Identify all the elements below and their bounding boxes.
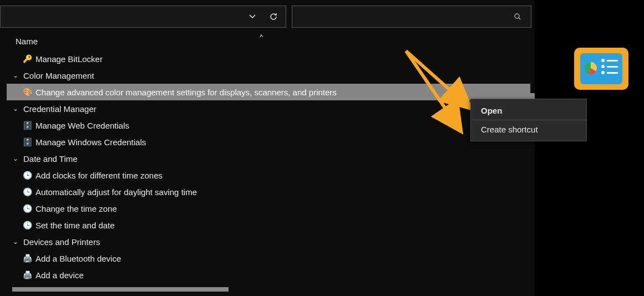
control-panel-window: ^ Name 🔑Manage BitLocker⌄Color Managemen…: [0, 0, 535, 296]
context-menu: Open Create shortcut: [470, 99, 587, 141]
group-label: Credential Manager: [23, 104, 97, 114]
chevron-down-icon: ⌄: [11, 72, 20, 79]
item-label: Manage BitLocker: [36, 54, 103, 64]
group-date-and-time[interactable]: ⌄Date and Time: [7, 150, 530, 167]
control-panel-shortcut-icon[interactable]: [574, 48, 628, 90]
item-icon: 🕒: [22, 220, 32, 230]
item-icon: 🕒: [22, 170, 32, 180]
address-bar[interactable]: [0, 6, 286, 28]
group-label: Date and Time: [23, 154, 78, 164]
toolbar: [0, 0, 535, 33]
item-icon: 🗄️: [22, 120, 32, 130]
item-manage-bitlocker[interactable]: 🔑Manage BitLocker: [7, 50, 530, 67]
group-label: Color Management: [23, 71, 94, 80]
item-label: Manage Web Credentials: [36, 121, 129, 130]
menu-create-shortcut[interactable]: Create shortcut: [471, 120, 586, 139]
item-icon: 🖨️: [22, 270, 32, 280]
chevron-down-icon[interactable]: [245, 9, 260, 24]
item-icon: 🎨: [22, 87, 32, 97]
item-icon: 🕒: [22, 203, 32, 213]
refresh-icon[interactable]: [266, 9, 281, 24]
item-manage-web-credentials[interactable]: 🗄️Manage Web Credentials: [7, 117, 530, 134]
items-list[interactable]: Name 🔑Manage BitLocker⌄Color Management🎨…: [7, 33, 530, 296]
group-devices-and-printers[interactable]: ⌄Devices and Printers: [7, 233, 530, 250]
item-change-timezone[interactable]: 🕒Change the time zone: [7, 200, 530, 217]
item-label: Change the time zone: [36, 204, 117, 213]
svg-point-0: [515, 14, 519, 18]
group-label: Devices and Printers: [23, 237, 100, 247]
item-label: Add a device: [36, 271, 84, 280]
group-color-management[interactable]: ⌄Color Management: [7, 67, 530, 84]
item-manage-windows-credentials[interactable]: 🗄️Manage Windows Credentials: [7, 134, 530, 150]
item-label: Automatically adjust for daylight saving…: [36, 187, 197, 197]
menu-open[interactable]: Open: [471, 101, 586, 120]
item-change-advanced-color[interactable]: 🎨Change advanced color management settin…: [7, 84, 530, 100]
item-icon: 🔑: [22, 54, 32, 64]
item-label: Set the time and date: [36, 221, 115, 230]
horizontal-scrollbar[interactable]: [12, 287, 229, 292]
chevron-down-icon: ⌄: [11, 155, 20, 162]
search-icon: [510, 9, 525, 24]
chevron-down-icon: ⌄: [11, 238, 20, 246]
item-add-device[interactable]: 🖨️Add a device: [7, 267, 530, 283]
item-add-clocks[interactable]: 🕒Add clocks for different time zones: [7, 167, 530, 183]
item-icon: 🖨️: [22, 253, 32, 263]
chevron-down-icon: ⌄: [11, 105, 20, 113]
item-label: Manage Windows Credentials: [36, 137, 146, 147]
item-label: Add clocks for different time zones: [36, 171, 163, 180]
item-icon: 🕒: [22, 187, 32, 197]
item-auto-dst[interactable]: 🕒Automatically adjust for daylight savin…: [7, 183, 530, 200]
item-label: Add a Bluetooth device: [36, 254, 121, 263]
search-box[interactable]: [292, 6, 531, 28]
item-add-bluetooth[interactable]: 🖨️Add a Bluetooth device: [7, 250, 530, 267]
content-area: ^ Name 🔑Manage BitLocker⌄Color Managemen…: [0, 33, 535, 296]
item-icon: 🗄️: [22, 137, 32, 147]
item-label: Change advanced color management setting…: [36, 88, 337, 97]
group-credential-manager[interactable]: ⌄Credential Manager: [7, 100, 530, 117]
column-header-name[interactable]: Name: [7, 33, 530, 50]
item-set-time-date[interactable]: 🕒Set the time and date: [7, 217, 530, 233]
